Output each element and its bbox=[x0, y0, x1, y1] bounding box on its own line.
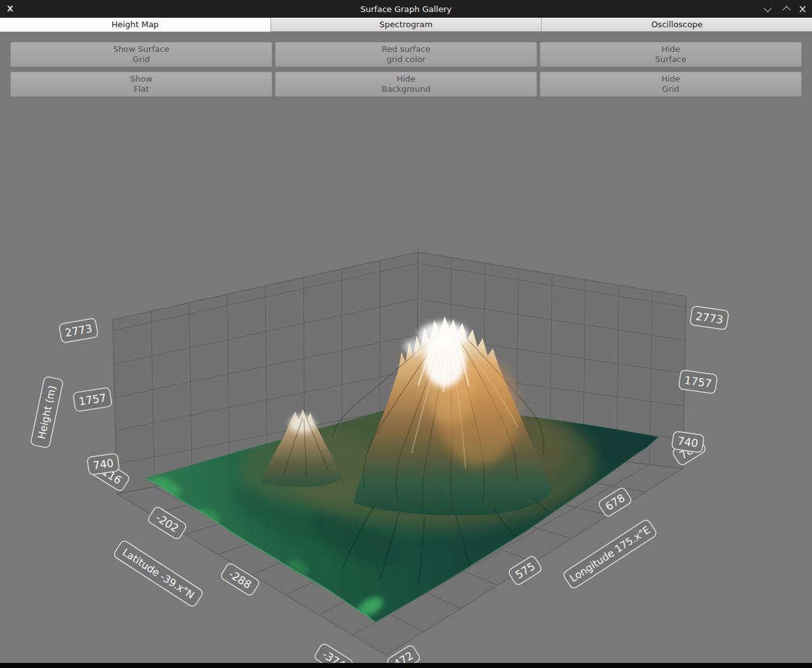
toggle-background-button[interactable]: Hide Background bbox=[275, 72, 537, 97]
window-controls: × bbox=[763, 0, 808, 18]
button-label-line: Background bbox=[381, 84, 431, 94]
toggle-grid-button[interactable]: Hide Grid bbox=[540, 72, 802, 97]
surface-3d-view[interactable]: 2773 1757 -116 740 -202 -288 bbox=[0, 32, 812, 663]
button-label-line: Hide bbox=[396, 74, 416, 84]
toggle-surface-button[interactable]: Hide Surface bbox=[540, 42, 802, 67]
button-label-line: grid color bbox=[386, 54, 426, 65]
tab-spectrogram[interactable]: Spectrogram bbox=[271, 18, 542, 32]
height-tick-1757-left: 1757 bbox=[73, 388, 112, 412]
button-label-line: Show Surface bbox=[113, 44, 170, 54]
toggle-surface-grid-button[interactable]: Show Surface Grid bbox=[10, 42, 272, 67]
height-tick-2773-left: 2773 bbox=[59, 318, 98, 343]
app-window: X Surface Graph Gallery × Height Map Spe… bbox=[0, 0, 812, 668]
maximize-button[interactable] bbox=[780, 3, 791, 15]
height-axis-title: Height (m) bbox=[30, 376, 63, 448]
button-label-line: Show bbox=[130, 74, 152, 84]
height-tick-740-right: 740 bbox=[671, 431, 704, 453]
button-label-line: Hide bbox=[661, 74, 680, 84]
button-label-line: Red surface bbox=[382, 44, 431, 54]
button-label-line: Surface bbox=[655, 54, 687, 65]
surface-grid-color-button[interactable]: Red surface grid color bbox=[275, 42, 537, 67]
height-tick-740-left: 740 bbox=[87, 453, 119, 475]
chevron-up-icon bbox=[782, 6, 790, 14]
title-bar[interactable]: X Surface Graph Gallery × bbox=[0, 0, 812, 18]
tab-oscilloscope[interactable]: Oscilloscope bbox=[542, 18, 812, 32]
button-label-line: Grid bbox=[132, 54, 149, 65]
main-area: 2773 1757 -116 740 -202 -288 bbox=[0, 32, 812, 663]
chevron-down-icon bbox=[763, 4, 771, 12]
tab-height-map[interactable]: Height Map bbox=[0, 18, 271, 32]
app-icon[interactable]: X bbox=[5, 4, 15, 14]
latitude-tick-n374: -374 bbox=[314, 643, 354, 663]
button-label-line: Flat bbox=[134, 84, 149, 94]
height-tick-2773-right: 2773 bbox=[690, 306, 729, 330]
desktop-strip bbox=[0, 663, 812, 668]
toggle-flat-button[interactable]: Show Flat bbox=[10, 72, 272, 97]
latitude-axis-title: Latitude -39.x"N bbox=[113, 539, 204, 608]
svg-text:Latitude -39.x"N: Latitude -39.x"N bbox=[120, 546, 196, 601]
button-label-line: Grid bbox=[662, 84, 679, 94]
button-toolbar: Show Surface Grid Red surface grid color… bbox=[10, 42, 802, 97]
window-title: Surface Graph Gallery bbox=[0, 4, 812, 14]
tab-bar: Height Map Spectrogram Oscilloscope bbox=[0, 18, 812, 32]
close-button[interactable]: × bbox=[797, 3, 808, 15]
minimize-button[interactable] bbox=[763, 3, 774, 15]
button-label-line: Hide bbox=[661, 44, 680, 54]
